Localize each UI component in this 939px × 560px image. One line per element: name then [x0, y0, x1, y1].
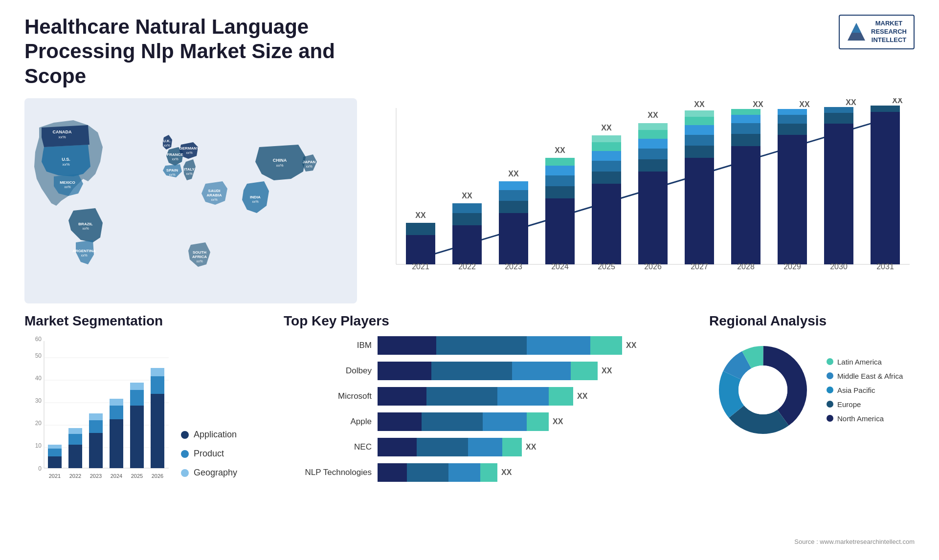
svg-rect-57 — [545, 166, 575, 175]
segmentation-title: Market Segmentation — [24, 313, 269, 329]
bottom-section: Market Segmentation 0 10 20 30 40 50 60 — [0, 303, 939, 538]
source-text: Source : www.marketresearchintellect.com — [0, 538, 939, 550]
player-name-microsoft: Microsoft — [284, 391, 372, 401]
svg-marker-1 — [851, 23, 861, 33]
source-label: Source : www.marketresearchintellect.com — [794, 538, 915, 545]
svg-text:SAUDI: SAUDI — [208, 189, 221, 193]
bar-chart-section: 2021 XX 2022 XX 2023 XX — [357, 98, 915, 303]
svg-rect-80 — [685, 125, 714, 135]
player-name-nec: NEC — [284, 442, 372, 452]
svg-text:BRAZIL: BRAZIL — [78, 222, 92, 226]
player-row-dolbey: Dolbey XX — [284, 362, 694, 380]
header: Healthcare Natural Language Processing N… — [0, 0, 939, 98]
player-row-nec: NEC XX — [284, 438, 694, 456]
seg-legend: Application Product Geography — [181, 430, 237, 493]
svg-text:xx%: xx% — [64, 185, 70, 189]
player-bar-wrap-nlp-tech: XX — [378, 463, 694, 482]
svg-text:XX: XX — [753, 100, 763, 108]
svg-text:xx%: xx% — [62, 162, 69, 167]
svg-rect-104 — [871, 106, 900, 112]
svg-rect-56 — [545, 175, 575, 186]
svg-rect-81 — [685, 117, 714, 125]
svg-rect-50 — [499, 190, 528, 201]
svg-rect-86 — [731, 134, 760, 146]
svg-rect-143 — [151, 368, 164, 376]
logo-icon — [847, 22, 866, 42]
na-dot — [827, 415, 833, 422]
svg-rect-127 — [68, 428, 82, 434]
svg-text:2023: 2023 — [90, 473, 102, 479]
world-map-section: CANADA xx% U.S. xx% MEXICO xx% BRAZIL xx… — [24, 98, 357, 303]
svg-rect-39 — [406, 235, 435, 264]
player-bar-wrap-dolbey: XX — [378, 362, 694, 380]
svg-text:MEXICO: MEXICO — [60, 180, 75, 185]
player-row-ibm: IBM XX — [284, 336, 694, 355]
svg-text:2022: 2022 — [69, 473, 81, 479]
players-bars: IBM XX Dolbey — [284, 336, 694, 482]
player-bar-wrap-microsoft: XX — [378, 387, 694, 406]
player-val-apple: XX — [553, 417, 563, 426]
svg-rect-88 — [731, 115, 760, 123]
logo: MARKET RESEARCH INTELLECT — [839, 15, 915, 49]
svg-text:xx%: xx% — [186, 151, 192, 154]
segmentation-section: Market Segmentation 0 10 20 30 40 50 60 — [24, 313, 269, 533]
svg-text:30: 30 — [35, 397, 42, 404]
product-label: Product — [194, 449, 224, 459]
world-map-svg: CANADA xx% U.S. xx% MEXICO xx% BRAZIL xx… — [24, 98, 357, 303]
regional-title: Regional Analysis — [709, 313, 915, 329]
seg-chart-svg-wrap: 0 10 20 30 40 50 60 — [24, 336, 171, 493]
svg-text:XX: XX — [555, 146, 565, 154]
mea-dot — [827, 372, 833, 379]
player-bar-dolbey — [378, 362, 598, 380]
svg-rect-73 — [638, 130, 668, 139]
player-bar-ibm — [378, 336, 622, 355]
svg-text:SPAIN: SPAIN — [166, 168, 178, 172]
svg-text:2021: 2021 — [49, 473, 61, 479]
svg-text:2026: 2026 — [152, 473, 163, 479]
svg-text:2028: 2028 — [737, 262, 755, 271]
svg-rect-79 — [685, 135, 714, 146]
svg-text:XX: XX — [508, 170, 519, 178]
svg-text:2022: 2022 — [458, 262, 476, 271]
svg-rect-40 — [406, 223, 435, 235]
svg-text:xx%: xx% — [306, 165, 312, 168]
player-val-nec: XX — [526, 443, 536, 452]
svg-text:XX: XX — [648, 111, 658, 119]
svg-rect-43 — [452, 225, 482, 264]
geography-dot — [181, 469, 189, 477]
svg-rect-45 — [452, 203, 482, 213]
svg-text:2024: 2024 — [111, 473, 122, 479]
player-row-apple: Apple XX — [284, 412, 694, 431]
svg-rect-137 — [130, 406, 144, 468]
reg-legend-latin: Latin America — [827, 358, 903, 366]
svg-text:xx%: xx% — [58, 135, 66, 139]
svg-text:INDIA: INDIA — [250, 195, 261, 199]
svg-text:SOUTH: SOUTH — [193, 250, 206, 255]
svg-text:XX: XX — [415, 211, 426, 219]
reg-legend-mea: Middle East & Africa — [827, 372, 903, 380]
svg-text:XX: XX — [799, 100, 810, 108]
svg-text:2026: 2026 — [644, 262, 662, 271]
latin-label: Latin America — [837, 358, 882, 366]
player-bar-nec — [378, 438, 522, 456]
svg-rect-69 — [638, 172, 668, 264]
svg-text:2021: 2021 — [412, 262, 429, 271]
svg-text:40: 40 — [35, 375, 42, 382]
svg-rect-78 — [685, 146, 714, 158]
svg-text:xx%: xx% — [82, 227, 89, 230]
regional-section: Regional Analysis — [709, 313, 915, 533]
reg-legend-apac: Asia Pacific — [827, 386, 903, 394]
svg-text:xx%: xx% — [81, 254, 87, 257]
europe-dot — [827, 401, 833, 408]
svg-rect-55 — [545, 186, 575, 198]
player-val-microsoft: XX — [577, 392, 587, 401]
logo-text: MARKET RESEARCH INTELLECT — [871, 20, 907, 44]
svg-rect-66 — [592, 135, 621, 142]
application-label: Application — [194, 430, 237, 440]
player-bar-nlp-tech — [378, 463, 497, 482]
svg-rect-138 — [130, 390, 144, 406]
svg-rect-71 — [638, 149, 668, 159]
svg-text:2025: 2025 — [598, 262, 615, 271]
svg-rect-103 — [871, 112, 900, 264]
svg-rect-122 — [48, 449, 62, 456]
